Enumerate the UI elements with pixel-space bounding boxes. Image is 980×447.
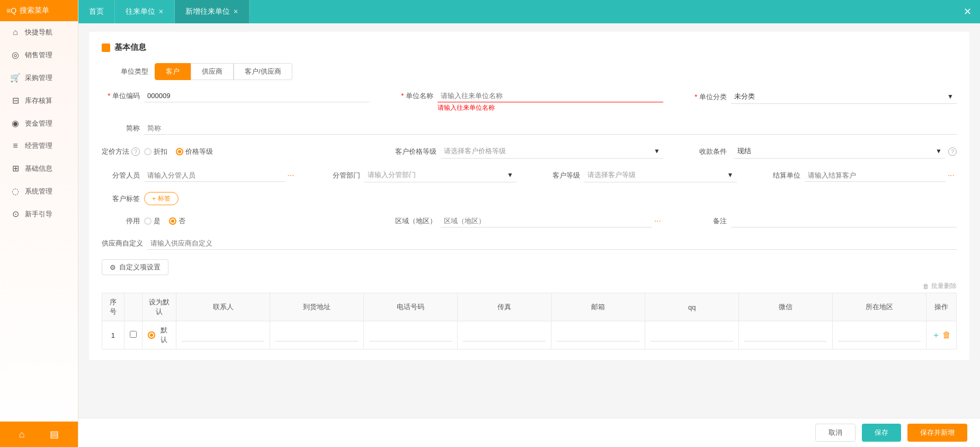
col-region: 所在地区 [833, 293, 926, 321]
chevron-down-icon-4: ▼ [507, 171, 513, 179]
delete-icon: 🗑 [923, 283, 929, 290]
region-cell-input[interactable] [838, 329, 921, 341]
department-field: 分管部门 请输入分管部门 ▼ [322, 168, 517, 182]
add-tag-button[interactable]: + 标签 [144, 192, 179, 205]
region-label: 区域（地区） [395, 216, 441, 226]
tab-new-partner[interactable]: 新增往来单位 ✕ [175, 0, 250, 23]
tab-home-label: 首页 [89, 7, 104, 16]
department-placeholder: 请输入分管部门 [368, 170, 416, 180]
sidebar-item-base[interactable]: ⊞ 基础信息 [0, 157, 78, 180]
main-area: 首页 往来单位 ✕ 新增往来单位 ✕ ✕ 基本信息 单位类型 客户 供应商 客户… [78, 0, 980, 447]
phone-input[interactable] [369, 329, 452, 341]
delete-row-btn[interactable]: 🗑 [942, 330, 951, 339]
radio-no[interactable]: 否 [169, 216, 185, 226]
manager-more-btn[interactable]: ··· [285, 171, 296, 180]
note-field: 备注 [689, 215, 957, 227]
radio-discount-circle [144, 148, 152, 155]
short-name-input[interactable] [144, 122, 957, 135]
unit-type-row: 单位类型 客户 供应商 客户/供应商 [102, 63, 957, 80]
department-select[interactable]: 请输入分管部门 ▼ [364, 168, 517, 182]
sidebar-item-sales[interactable]: ◎ 销售管理 [0, 43, 78, 66]
custom-settings-button[interactable]: ⚙ 自定义项设置 [102, 259, 168, 275]
tab-partners-close[interactable]: ✕ [158, 8, 164, 15]
customer-price-select[interactable]: 请选择客户价格等级 ▼ [441, 144, 663, 159]
qq-input[interactable] [651, 329, 733, 341]
cell-phone[interactable] [364, 321, 458, 349]
region-input[interactable] [441, 215, 652, 227]
sidebar-search[interactable]: ≡Q 搜索菜单 [0, 0, 78, 21]
chevron-down-icon-5: ▼ [727, 171, 734, 179]
cell-wechat[interactable] [739, 321, 833, 349]
cell-email[interactable] [551, 321, 645, 349]
sales-icon: ◎ [10, 50, 21, 60]
cell-region[interactable] [833, 321, 926, 349]
radio-price-level[interactable]: 价格等级 [176, 147, 213, 156]
sidebar-item-system[interactable]: ◌ 系统管理 [0, 180, 78, 203]
batch-delete-label[interactable]: 批量删除 [931, 282, 957, 291]
address-input[interactable] [275, 329, 358, 341]
sidebar-item-guide[interactable]: ⊙ 新手引导 [0, 203, 78, 225]
footer-menu-icon[interactable]: ▤ [50, 428, 59, 440]
type-btn-supplier[interactable]: 供应商 [191, 63, 234, 80]
unit-code-input[interactable] [144, 90, 370, 102]
note-input[interactable] [731, 215, 957, 227]
customer-level-select[interactable]: 请选择客户等级 ▼ [584, 168, 737, 182]
radio-yes[interactable]: 是 [144, 216, 161, 226]
sidebar-item-operations[interactable]: ≡ 经营管理 [0, 135, 78, 157]
payment-help-icon[interactable]: ? [948, 147, 957, 156]
cell-address[interactable] [270, 321, 364, 349]
settlement-more-btn[interactable]: ··· [946, 171, 957, 180]
pricing-help-icon[interactable]: ? [131, 147, 140, 156]
tab-new-partner-close[interactable]: ✕ [233, 8, 238, 15]
col-default: 设为默认 [142, 293, 176, 321]
sidebar-item-quick-nav[interactable]: ⌂ 快捷导航 [0, 21, 78, 43]
region-more-btn[interactable]: ··· [652, 216, 663, 226]
tag-plus-icon: + [152, 195, 156, 203]
default-radio-circle [148, 331, 155, 339]
cell-contact[interactable] [176, 321, 270, 349]
unit-name-error: 请输入往来单位名称 [438, 103, 495, 112]
col-action: 操作 [926, 293, 957, 321]
unit-category-select[interactable]: 未分类 ▼ [731, 90, 957, 104]
cell-qq[interactable] [645, 321, 739, 349]
sidebar-item-inventory[interactable]: ⊟ 库存核算 [0, 89, 78, 112]
short-name-field: 简称 [102, 122, 957, 135]
footer-home-icon[interactable]: ⌂ [19, 429, 25, 440]
section-title-text: 基本信息 [114, 42, 146, 52]
unit-name-input[interactable] [438, 90, 663, 102]
tab-new-partner-label: 新增往来单位 [185, 7, 230, 16]
tab-close-all-button[interactable]: ✕ [955, 6, 980, 17]
save-new-button[interactable]: 保存并新增 [907, 424, 967, 442]
tab-home[interactable]: 首页 [78, 0, 115, 23]
email-input[interactable] [557, 329, 639, 341]
supplier-custom-label: 供应商自定义 [102, 239, 147, 248]
cancel-button[interactable]: 取消 [815, 424, 856, 442]
sidebar-item-label: 销售管理 [25, 50, 52, 60]
contact-input[interactable] [182, 329, 264, 341]
manager-field: 分管人员 ··· [102, 169, 297, 182]
wechat-input[interactable] [744, 329, 827, 341]
supplier-custom-input[interactable] [147, 237, 957, 250]
sidebar-item-purchase[interactable]: 🛒 采购管理 [0, 66, 78, 89]
cell-checkbox[interactable] [124, 321, 142, 349]
payment-terms-select[interactable]: 现结 ▼ [734, 144, 945, 159]
type-btn-both[interactable]: 客户/供应商 [234, 63, 292, 80]
sidebar-item-label: 新手引导 [25, 209, 52, 219]
tab-partners[interactable]: 往来单位 ✕ [115, 0, 175, 23]
sidebar-item-finance[interactable]: ◉ 资金管理 [0, 112, 78, 135]
manager-input[interactable] [144, 169, 285, 182]
add-row-btn[interactable]: ＋ [932, 330, 940, 339]
save-button[interactable]: 保存 [862, 424, 901, 442]
settings-icon: ⚙ [110, 264, 116, 271]
customer-level-placeholder: 请选择客户等级 [587, 170, 636, 180]
default-radio[interactable]: 默认 [148, 326, 171, 345]
col-wechat: 微信 [739, 293, 833, 321]
fax-input[interactable] [463, 329, 546, 341]
form-row-3: 定价方法 ? 折扣 价格等级 [102, 144, 957, 159]
type-btn-customer[interactable]: 客户 [155, 63, 191, 80]
radio-discount[interactable]: 折扣 [144, 147, 167, 156]
row-checkbox[interactable] [130, 331, 137, 338]
radio-yes-label: 是 [154, 216, 161, 226]
cell-fax[interactable] [458, 321, 551, 349]
settlement-unit-input[interactable] [805, 169, 946, 182]
